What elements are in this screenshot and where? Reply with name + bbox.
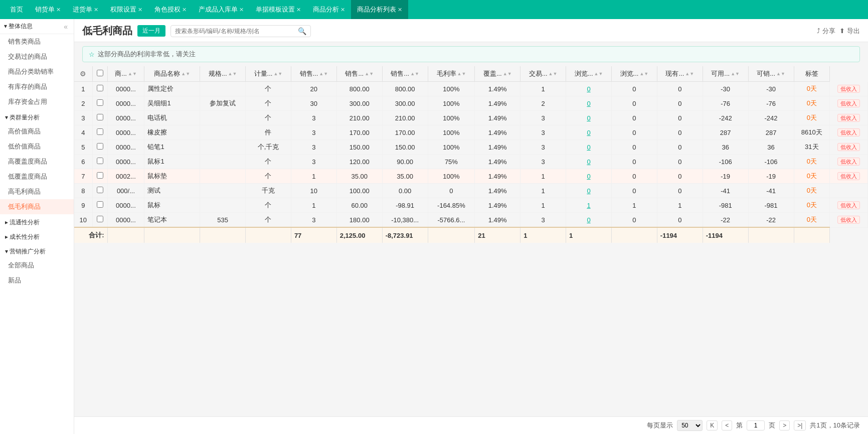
sidebar-item-high-coverage[interactable]: 高覆盖度商品 xyxy=(0,154,74,169)
trade-link[interactable]: 0 xyxy=(587,129,590,136)
col-checkbox[interactable] xyxy=(92,66,107,82)
sidebar-item-in-stock[interactable]: 有库存的商品 xyxy=(0,79,74,94)
sidebar-item-low-coverage[interactable]: 低覆盖度商品 xyxy=(0,169,74,184)
nav-item-sales[interactable]: 销货单 ✕ xyxy=(29,0,67,19)
row-select-checkbox[interactable] xyxy=(97,172,103,179)
nav-item-home[interactable]: 首页 xyxy=(4,0,29,19)
row-checkbox[interactable] xyxy=(92,198,107,213)
row-checkbox[interactable] xyxy=(92,140,107,155)
search-icon[interactable]: 🔍 xyxy=(298,27,306,35)
row-checkbox[interactable] xyxy=(92,96,107,111)
row-checkbox[interactable] xyxy=(92,82,107,96)
sort-icon-sales1[interactable]: ▲▼ xyxy=(319,72,328,76)
row-trade[interactable]: 0 xyxy=(566,140,612,155)
row-trade[interactable]: 0 xyxy=(566,213,612,228)
last-page-button[interactable]: >| xyxy=(794,420,806,430)
sidebar-group-circulation[interactable]: ▸ 流通性分析 xyxy=(0,214,74,229)
trade-link[interactable]: 0 xyxy=(587,85,590,93)
nav-close-purchase[interactable]: ✕ xyxy=(94,7,98,13)
row-trade[interactable]: 0 xyxy=(566,155,612,169)
sidebar-item-all-products[interactable]: 全部商品 xyxy=(0,258,74,273)
sort-icon-sales2[interactable]: ▲▼ xyxy=(365,72,374,76)
sidebar-item-low-value[interactable]: 低价值商品 xyxy=(0,139,74,154)
sidebar-item-high-value[interactable]: 高价值商品 xyxy=(0,124,74,139)
nav-close-products[interactable]: ✕ xyxy=(239,7,244,13)
nav-item-permissions[interactable]: 权限设置 ✕ xyxy=(104,0,148,19)
select-all-checkbox[interactable] xyxy=(97,70,103,76)
row-checkbox[interactable] xyxy=(92,169,107,184)
sort-icon-coverage[interactable]: ▲▼ xyxy=(503,72,512,76)
trade-link[interactable]: 0 xyxy=(587,187,590,195)
col-gear[interactable]: ⚙ xyxy=(74,66,92,82)
nav-close-permissions[interactable]: ✕ xyxy=(138,7,142,13)
sort-icon-browse1[interactable]: ▲▼ xyxy=(594,72,603,76)
row-select-checkbox[interactable] xyxy=(97,99,103,106)
row-trade[interactable]: 0 xyxy=(566,184,612,198)
search-box[interactable]: 🔍 xyxy=(170,25,311,37)
sidebar-item-low-margin[interactable]: 低毛利商品 xyxy=(0,199,74,214)
row-trade[interactable]: 0 xyxy=(566,96,612,111)
sidebar-collapse-btn[interactable]: « xyxy=(62,23,70,31)
row-trade[interactable]: 1 xyxy=(566,198,612,213)
sidebar-item-new-products[interactable]: 新品 xyxy=(0,273,74,288)
sidebar-group-growth[interactable]: ▸ 成长性分析 xyxy=(0,229,74,243)
nav-close-analysis-list[interactable]: ✕ xyxy=(398,7,402,13)
sort-icon-gross[interactable]: ▲▼ xyxy=(457,72,466,76)
sort-icon-sellable[interactable]: ▲▼ xyxy=(776,72,785,76)
trade-link[interactable]: 0 xyxy=(587,173,590,180)
next-page-button[interactable]: > xyxy=(779,420,790,430)
settings-icon[interactable]: ⚙ xyxy=(80,70,86,78)
sidebar-group-cluster[interactable]: ▾ 类群量分析 xyxy=(0,109,74,124)
nav-close-sales[interactable]: ✕ xyxy=(56,7,61,13)
sidebar-item-traded-products[interactable]: 交易过的商品 xyxy=(0,49,74,64)
row-trade[interactable]: 0 xyxy=(566,125,612,140)
row-select-checkbox[interactable] xyxy=(97,128,103,135)
row-trade[interactable]: 0 xyxy=(566,82,612,96)
nav-item-templates[interactable]: 单据模板设置 ✕ xyxy=(250,0,307,19)
trade-link[interactable]: 0 xyxy=(587,158,590,166)
prev-page-button[interactable]: < xyxy=(722,420,732,430)
sidebar-item-high-margin[interactable]: 高毛利商品 xyxy=(0,184,74,199)
sidebar-item-sales-products[interactable]: 销售类商品 xyxy=(0,34,74,49)
sidebar-item-category-sales[interactable]: 商品分类助销率 xyxy=(0,64,74,79)
sort-icon-browse2[interactable]: ▲▼ xyxy=(639,72,648,76)
row-trade[interactable]: 0 xyxy=(566,169,612,184)
row-select-checkbox[interactable] xyxy=(97,85,103,91)
row-checkbox[interactable] xyxy=(92,111,107,125)
date-filter-button[interactable]: 近一月 xyxy=(137,25,165,37)
nav-close-roles[interactable]: ✕ xyxy=(182,7,187,13)
nav-item-analysis-list[interactable]: 商品分析列表 ✕ xyxy=(351,0,408,19)
page-input[interactable] xyxy=(747,420,765,430)
page-size-select[interactable]: 50 20 100 xyxy=(677,420,703,431)
nav-item-products[interactable]: 产成品入库单 ✕ xyxy=(193,0,250,19)
trade-link[interactable]: 0 xyxy=(587,143,590,151)
search-input[interactable] xyxy=(175,28,298,35)
first-page-button[interactable]: K xyxy=(707,420,718,430)
nav-close-analysis[interactable]: ✕ xyxy=(340,7,345,13)
row-checkbox[interactable] xyxy=(92,213,107,228)
nav-item-purchase[interactable]: 进货单 ✕ xyxy=(67,0,104,19)
sort-icon-sales3[interactable]: ▲▼ xyxy=(410,72,419,76)
share-button[interactable]: ⤴ 分享 xyxy=(817,27,835,36)
trade-link[interactable]: 1 xyxy=(587,202,590,209)
row-trade[interactable]: 0 xyxy=(566,111,612,125)
trade-link[interactable]: 0 xyxy=(587,100,590,107)
row-select-checkbox[interactable] xyxy=(97,158,103,164)
row-select-checkbox[interactable] xyxy=(97,187,103,193)
sort-icon-trade[interactable]: ▲▼ xyxy=(549,72,558,76)
sort-icon-stock2[interactable]: ▲▼ xyxy=(731,72,740,76)
nav-item-roles[interactable]: 角色授权 ✕ xyxy=(148,0,193,19)
sort-icon-stock1[interactable]: ▲▼ xyxy=(685,72,694,76)
row-select-checkbox[interactable] xyxy=(97,114,103,120)
sort-icon-name[interactable]: ▲▼ xyxy=(181,72,190,76)
trade-link[interactable]: 0 xyxy=(587,216,590,224)
sidebar-group-title-overview[interactable]: ▾ 整体信息 xyxy=(4,22,33,31)
sort-icon-code[interactable]: ▲▼ xyxy=(128,72,137,76)
nav-close-templates[interactable]: ✕ xyxy=(296,7,301,13)
row-select-checkbox[interactable] xyxy=(97,201,103,208)
sort-icon-spec[interactable]: ▲▼ xyxy=(228,72,237,76)
nav-item-analysis[interactable]: 商品分析 ✕ xyxy=(307,0,351,19)
sort-icon-unit[interactable]: ▲▼ xyxy=(273,72,282,76)
sidebar-item-capital[interactable]: 库存资金占用 xyxy=(0,94,74,109)
row-select-checkbox[interactable] xyxy=(97,143,103,150)
